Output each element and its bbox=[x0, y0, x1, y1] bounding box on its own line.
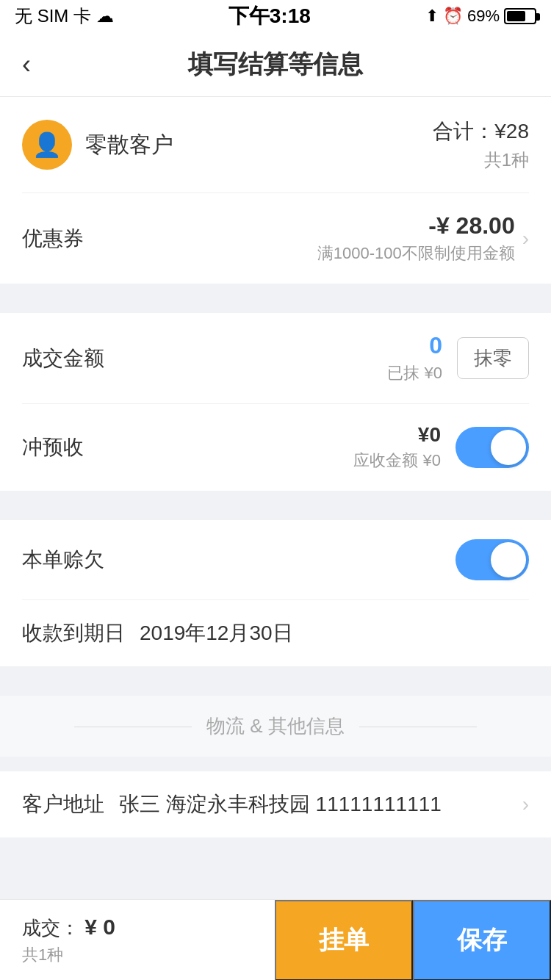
customer-right: 合计：¥28 共1种 bbox=[433, 118, 529, 172]
address-label: 客户地址 bbox=[22, 790, 104, 818]
bottom-summary-amount: ¥ 0 bbox=[84, 915, 115, 939]
credit-toggle-knob bbox=[491, 542, 526, 577]
bottom-summary-count: 共1种 bbox=[22, 944, 253, 966]
total-count: 共1种 bbox=[433, 148, 529, 172]
transaction-amount-values: 0 已抹 ¥0 bbox=[387, 332, 442, 384]
hang-order-button[interactable]: 挂单 bbox=[275, 900, 413, 981]
avatar: 👤 bbox=[22, 120, 72, 170]
credit-section: 本单赊欠 收款到期日 2019年12月30日 bbox=[0, 520, 551, 666]
prepayment-right: ¥0 应收金额 ¥0 bbox=[353, 423, 529, 472]
address-section: 客户地址 张三 海淀永丰科技园 11111111111 › bbox=[0, 771, 551, 837]
alarm-icon: ⏰ bbox=[443, 7, 463, 26]
prepayment-label: 冲预收 bbox=[22, 433, 84, 461]
battery-icon bbox=[504, 8, 536, 24]
bottom-bar: 成交： ¥ 0 共1种 挂单 保存 bbox=[0, 899, 551, 980]
credit-label: 本单赊欠 bbox=[22, 546, 104, 574]
bottom-summary-label: 成交： bbox=[22, 917, 79, 939]
prepayment-amount: ¥0 bbox=[353, 423, 441, 447]
back-button[interactable]: ‹ bbox=[22, 49, 66, 80]
prepayment-sub: 应收金额 ¥0 bbox=[353, 450, 441, 472]
coupon-amount: -¥ 28.00 bbox=[317, 212, 515, 239]
total-label: 合计：¥28 bbox=[433, 118, 529, 145]
prepayment-toggle[interactable] bbox=[455, 427, 529, 468]
address-value: 张三 海淀永丰科技园 11111111111 bbox=[119, 790, 522, 818]
due-date-label: 收款到期日 bbox=[22, 619, 125, 647]
logistics-header-text: 物流 & 其他信息 bbox=[206, 713, 345, 739]
prepayment-toggle-knob bbox=[491, 430, 526, 465]
transaction-amount-sub: 已抹 ¥0 bbox=[387, 362, 442, 384]
coupon-info: -¥ 28.00 满1000-100不限制使用金额 bbox=[317, 212, 515, 264]
bottom-summary-top: 成交： ¥ 0 bbox=[22, 915, 253, 941]
credit-row: 本单赊欠 bbox=[0, 520, 551, 599]
customer-left: 👤 零散客户 bbox=[22, 120, 173, 170]
logistics-header: 物流 & 其他信息 bbox=[0, 696, 551, 757]
coupon-right: -¥ 28.00 满1000-100不限制使用金额 › bbox=[317, 212, 529, 264]
section-gap-4 bbox=[0, 757, 551, 771]
coupon-row[interactable]: 优惠券 -¥ 28.00 满1000-100不限制使用金额 › bbox=[0, 193, 551, 284]
transaction-amount-label: 成交金额 bbox=[22, 345, 104, 372]
transaction-amount-row: 成交金额 0 已抹 ¥0 抹零 bbox=[0, 313, 551, 403]
status-time: 下午3:18 bbox=[228, 2, 311, 30]
customer-row: 👤 零散客户 合计：¥28 共1种 bbox=[0, 97, 551, 192]
transaction-amount-value[interactable]: 0 bbox=[387, 332, 442, 359]
section-gap-1 bbox=[0, 298, 551, 313]
section-gap-2 bbox=[0, 505, 551, 520]
address-chevron-icon: › bbox=[522, 793, 529, 816]
battery-percent: 69% bbox=[467, 7, 500, 26]
status-right: ⬆ ⏰ 69% bbox=[425, 7, 536, 26]
customer-name: 零散客户 bbox=[85, 130, 173, 160]
sim-label: 无 SIM 卡 ☁ bbox=[15, 4, 114, 28]
customer-section: 👤 零散客户 合计：¥28 共1种 优惠券 -¥ 28.00 满1000-100… bbox=[0, 97, 551, 284]
prepayment-amount-block: ¥0 应收金额 ¥0 bbox=[353, 423, 441, 472]
location-icon: ⬆ bbox=[425, 7, 439, 26]
avatar-icon: 👤 bbox=[32, 131, 62, 159]
save-button[interactable]: 保存 bbox=[413, 900, 551, 981]
credit-toggle[interactable] bbox=[455, 539, 529, 580]
page-title: 填写结算等信息 bbox=[66, 48, 485, 82]
coupon-desc: 满1000-100不限制使用金额 bbox=[317, 242, 515, 264]
status-left: 无 SIM 卡 ☁ bbox=[15, 4, 114, 28]
due-date-value: 2019年12月30日 bbox=[140, 619, 293, 647]
address-row[interactable]: 客户地址 张三 海淀永丰科技园 11111111111 › bbox=[0, 771, 551, 837]
transaction-amount-right: 0 已抹 ¥0 抹零 bbox=[387, 332, 529, 384]
coupon-label: 优惠券 bbox=[22, 225, 84, 253]
prepayment-row: 冲预收 ¥0 应收金额 ¥0 bbox=[0, 404, 551, 491]
due-date-row[interactable]: 收款到期日 2019年12月30日 bbox=[0, 600, 551, 666]
section-gap-3 bbox=[0, 681, 551, 696]
coupon-chevron-icon: › bbox=[522, 227, 529, 251]
round-zero-button[interactable]: 抹零 bbox=[457, 337, 529, 379]
status-bar: 无 SIM 卡 ☁ 下午3:18 ⬆ ⏰ 69% bbox=[0, 0, 551, 32]
transaction-section: 成交金额 0 已抹 ¥0 抹零 冲预收 ¥0 应收金额 ¥0 bbox=[0, 313, 551, 491]
bottom-summary: 成交： ¥ 0 共1种 bbox=[0, 915, 275, 966]
nav-bar: ‹ 填写结算等信息 bbox=[0, 32, 551, 97]
